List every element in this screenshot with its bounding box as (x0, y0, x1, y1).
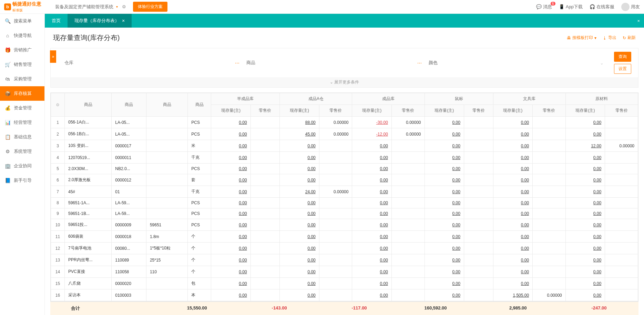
cell-qty[interactable]: 0.00 (425, 164, 464, 174)
cell-qty[interactable]: 0.00 (280, 174, 319, 186)
cell-qty[interactable]: 0.00 (211, 128, 251, 140)
col-warehouse[interactable]: 文具库 (493, 93, 565, 105)
col-qty[interactable]: 现存量(主) (352, 105, 391, 117)
sidebar-item-0[interactable]: ⌂快捷导航 (0, 28, 44, 43)
cell-qty[interactable]: 0.00 (352, 198, 391, 208)
cell-qty[interactable]: 0.00 (211, 219, 251, 231)
cell-qty[interactable]: 0.00 (211, 266, 251, 278)
cell-qty[interactable]: 0.00 (352, 164, 391, 174)
service-link[interactable]: 🎧 在线客服 (590, 4, 614, 10)
cell-qty[interactable]: 0.00 (211, 208, 251, 219)
messages-link[interactable]: 💬 消息 6 (536, 4, 552, 10)
cell-qty[interactable]: 0.00 (425, 231, 464, 243)
sidebar-item-9[interactable]: 🏢企业协同 (0, 159, 44, 173)
cell-qty[interactable]: 0.00 (352, 231, 391, 243)
tab-home[interactable]: 首页 (45, 14, 68, 28)
sidebar-item-7[interactable]: 📋基础信息 (0, 130, 44, 144)
cell-qty[interactable]: 0.00 (493, 186, 532, 198)
cell-qty[interactable]: 0.00 (425, 254, 464, 266)
cell-qty[interactable]: 0.00 (425, 152, 464, 164)
cell-qty[interactable]: 0.00 (565, 254, 605, 266)
cell-qty[interactable]: 0.00 (565, 219, 605, 231)
cell-qty[interactable]: 0.00 (280, 140, 319, 152)
cell-qty[interactable]: 0.00 (565, 128, 605, 140)
cell-qty[interactable]: 0.00 (493, 152, 532, 164)
cell-qty[interactable]: -12.00 (352, 128, 391, 140)
cell-qty[interactable]: 0.00 (425, 278, 464, 289)
cell-qty[interactable]: 0.00 (211, 174, 251, 186)
cell-qty[interactable]: 0.00 (565, 289, 605, 301)
cell-qty[interactable]: 0.00 (493, 219, 532, 231)
cell-qty[interactable]: 0.00 (280, 231, 319, 243)
cell-qty[interactable]: 0.00 (493, 243, 532, 254)
cell-qty[interactable]: 0.00 (280, 198, 319, 208)
cell-qty[interactable]: 0.00 (425, 128, 464, 140)
export-button[interactable]: ⭳ 导出 (603, 35, 616, 41)
cell-qty[interactable]: 0.00 (211, 152, 251, 164)
cell-qty[interactable]: 0.00 (565, 174, 605, 186)
cell-qty[interactable]: 0.00 (493, 117, 532, 128)
cell-qty[interactable]: 0.00 (425, 243, 464, 254)
cell-qty[interactable]: 0.00 (280, 164, 319, 174)
cell-qty[interactable]: 0.00 (352, 174, 391, 186)
cell-qty[interactable]: 0.00 (565, 186, 605, 198)
product-picker-icon[interactable]: ⋯ (417, 60, 422, 66)
col-price[interactable]: 零售价 (391, 105, 425, 117)
col-qty[interactable]: 现存量(主) (425, 105, 464, 117)
col-price[interactable]: 零售价 (605, 105, 638, 117)
sidebar-item-4[interactable]: 📦库存核算 (0, 86, 44, 101)
cell-qty[interactable]: 0.00 (352, 208, 391, 219)
cell-qty[interactable]: 0.00 (493, 164, 532, 174)
filter-color-input[interactable] (447, 58, 596, 68)
col-qty[interactable]: 现存量(主) (280, 105, 319, 117)
cell-qty[interactable]: 24.00 (280, 186, 319, 198)
cell-qty[interactable]: 0.00 (280, 254, 319, 266)
cell-qty[interactable]: 0.00 (211, 186, 251, 198)
app-download-link[interactable]: 📱 App下载 (559, 4, 583, 10)
cell-qty[interactable]: -30.00 (352, 117, 391, 128)
sidebar-item-3[interactable]: 🛍采购管理 (0, 72, 44, 86)
table-settings-icon[interactable]: ⚙ (51, 93, 65, 117)
filter-product-input[interactable] (264, 58, 413, 68)
cell-qty[interactable]: 88.00 (280, 117, 319, 128)
cell-qty[interactable]: 0.00 (493, 128, 532, 140)
cell-qty[interactable]: 45.00 (280, 128, 319, 140)
cell-qty[interactable]: 0.00 (493, 208, 532, 219)
cell-qty[interactable]: 0.00 (425, 198, 464, 208)
cell-qty[interactable]: 0.00 (425, 186, 464, 198)
col-qty[interactable]: 现存量(主) (211, 105, 251, 117)
sidebar-item-10[interactable]: 📘新手引导 (0, 173, 44, 188)
cell-qty[interactable]: 0.00 (352, 186, 391, 198)
tabs-close-all-icon[interactable]: × (633, 18, 644, 23)
cell-qty[interactable]: 0.00 (565, 243, 605, 254)
cell-qty[interactable]: 0.00 (211, 164, 251, 174)
cell-qty[interactable]: 0.00 (493, 140, 532, 152)
cell-qty[interactable]: 0.00 (425, 208, 464, 219)
cell-qty[interactable]: 0.00 (493, 266, 532, 278)
settings-gear-icon[interactable]: ⚙ (122, 4, 126, 9)
cell-qty[interactable]: 0.00 (352, 152, 391, 164)
col-price[interactable]: 零售价 (319, 105, 352, 117)
filter-warehouse-input[interactable] (82, 58, 231, 68)
cell-qty[interactable]: 0.00 (280, 278, 319, 289)
cell-qty[interactable]: 0.00 (565, 231, 605, 243)
cell-qty[interactable]: 0.00 (425, 117, 464, 128)
refresh-button[interactable]: ↻ 刷新 (623, 35, 636, 41)
user-menu[interactable]: 用友 (621, 3, 640, 11)
col-product[interactable]: 商品 (188, 93, 211, 117)
col-price[interactable]: 零售价 (251, 105, 280, 117)
cell-qty[interactable]: 0.00 (211, 278, 251, 289)
sidebar-item-8[interactable]: ⚙系统管理 (0, 144, 44, 159)
system-name[interactable]: 装备及固定资产辅助管理系统 (55, 4, 113, 10)
cell-qty[interactable]: 0.00 (493, 198, 532, 208)
col-price[interactable]: 零售价 (533, 105, 566, 117)
cell-qty[interactable]: 0.00 (211, 231, 251, 243)
cell-qty[interactable]: 0.00 (211, 140, 251, 152)
tab-close-icon[interactable]: × (122, 18, 125, 23)
collapse-filter-button[interactable]: » (50, 50, 56, 63)
cell-qty[interactable]: 12.00 (565, 140, 605, 152)
col-warehouse[interactable]: 原材料 (565, 93, 638, 105)
cell-qty[interactable]: 1,505.00 (493, 289, 532, 301)
cell-qty[interactable]: 0.00 (565, 278, 605, 289)
cell-qty[interactable]: 0.00 (280, 266, 319, 278)
